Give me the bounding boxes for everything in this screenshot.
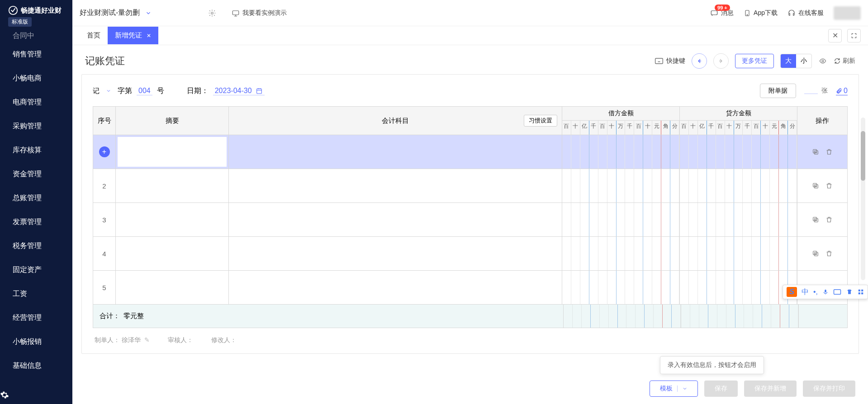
sidebar-settings[interactable] (0, 386, 72, 404)
sidebar-item[interactable]: 小畅电商 (0, 66, 72, 90)
sidebar-item[interactable]: 总账管理 (0, 186, 72, 210)
credit-cell[interactable] (680, 203, 797, 236)
copy-row-icon[interactable] (812, 216, 819, 223)
copy-row-icon[interactable] (812, 250, 819, 257)
sidebar-item[interactable]: 基础信息 (0, 354, 72, 378)
credit-cell[interactable] (680, 237, 797, 270)
size-small[interactable]: 小 (796, 54, 811, 68)
account-cell[interactable] (229, 203, 562, 236)
sidebar-item[interactable]: 库存核算 (0, 138, 72, 162)
sidebar-item[interactable]: 发票管理 (0, 210, 72, 234)
user-avatar[interactable] (834, 6, 861, 20)
svg-point-7 (822, 60, 824, 62)
prev-button[interactable] (692, 53, 707, 69)
debit-cell[interactable] (562, 135, 680, 169)
scrollbar[interactable] (861, 117, 865, 280)
sidebar-item[interactable]: 固定资产 (0, 258, 72, 282)
debit-cell[interactable] (562, 237, 680, 270)
ime-grid-icon[interactable] (858, 289, 864, 295)
sheets-input[interactable] (804, 88, 818, 94)
edit-maker-icon[interactable]: ✎ (144, 336, 150, 343)
account-cell[interactable] (229, 169, 562, 202)
ime-mic-icon[interactable] (822, 288, 829, 296)
scrollbar-thumb[interactable] (861, 131, 865, 181)
sidebar-item[interactable]: 资金管理 (0, 162, 72, 186)
summary-cell[interactable] (116, 135, 229, 169)
table-row[interactable]: 3 (93, 202, 847, 236)
add-row-button[interactable]: + (99, 146, 110, 157)
preview-button[interactable] (818, 57, 827, 65)
delete-row-icon[interactable] (825, 250, 833, 257)
chevron-down-icon[interactable] (106, 88, 111, 94)
app-download-button[interactable]: App下载 (744, 9, 778, 17)
voucher-table: 序号 摘要 会计科目 习惯设置 借方金额 百十亿千百十万千百十元角分 贷方金额 … (93, 106, 848, 328)
th-credit: 贷方金额 百十亿千百十万千百十元角分 (680, 107, 797, 135)
delete-row-icon[interactable] (825, 216, 833, 223)
shortcut-button[interactable]: 快捷键 (655, 57, 685, 65)
copy-row-icon[interactable] (812, 148, 819, 155)
summary-input[interactable] (118, 137, 227, 167)
debit-cell[interactable] (562, 271, 680, 304)
table-row[interactable]: 2 (93, 169, 847, 202)
sidebar-item[interactable]: 电商管理 (0, 90, 72, 114)
size-large[interactable]: 大 (781, 54, 796, 68)
tab-close-icon[interactable]: ✕ (147, 33, 151, 39)
copy-row-icon[interactable] (812, 182, 819, 189)
summary-cell[interactable] (116, 237, 229, 270)
summary-cell[interactable] (116, 271, 229, 304)
template-button[interactable]: 模板 (650, 381, 698, 397)
sidebar-item[interactable]: 工资 (0, 282, 72, 306)
habit-settings-button[interactable]: 习惯设置 (524, 115, 557, 127)
account-cell[interactable] (229, 135, 562, 169)
delete-row-icon[interactable] (825, 148, 833, 155)
account-cell[interactable] (229, 271, 562, 304)
table-row[interactable]: 5 (93, 270, 847, 304)
attachment-link[interactable]: 0 (836, 87, 848, 95)
table-header: 序号 摘要 会计科目 习惯设置 借方金额 百十亿千百十万千百十元角分 贷方金额 … (93, 107, 847, 135)
table-row[interactable]: + (93, 135, 847, 169)
workspace-settings[interactable] (208, 9, 216, 17)
sidebar-item[interactable]: 采购管理 (0, 114, 72, 138)
service-button[interactable]: 在线客服 (787, 9, 824, 17)
row-ops (797, 237, 847, 270)
attach-doc-button[interactable]: 附单据 (760, 84, 796, 98)
messages-button[interactable]: 99 + 消息 (710, 9, 734, 17)
debit-cell[interactable] (562, 169, 680, 202)
voucher-word[interactable]: 记 (93, 87, 100, 95)
refresh-button[interactable]: 刷新 (834, 57, 855, 65)
voucher-date[interactable]: 2023-04-30 (213, 87, 265, 95)
ime-punct-icon[interactable]: •, (813, 288, 818, 296)
next-button[interactable] (713, 53, 729, 69)
ime-keyboard-icon[interactable] (833, 289, 841, 295)
tab-home[interactable]: 首页 (80, 27, 108, 44)
expand-icon (851, 33, 857, 39)
more-vouchers-button[interactable]: 更多凭证 (735, 54, 774, 68)
sidebar-item[interactable]: 税务管理 (0, 234, 72, 258)
demo-link[interactable]: 我要看实例演示 (232, 9, 287, 17)
ime-lang[interactable]: 中 (802, 287, 809, 297)
sidebar-item[interactable]: 小畅报销 (0, 330, 72, 354)
row-seq: + (93, 135, 116, 169)
delete-row-icon[interactable] (825, 182, 833, 189)
summary-cell[interactable] (116, 169, 229, 202)
tab-new-voucher[interactable]: 新增凭证 ✕ (108, 27, 158, 44)
close-tab-button[interactable]: ✕ (828, 29, 842, 42)
sidebar-item[interactable]: 合同中 (0, 29, 72, 42)
credit-cell[interactable] (680, 271, 797, 304)
fullscreen-button[interactable] (847, 29, 861, 42)
account-cell[interactable] (229, 237, 562, 270)
table-row[interactable]: 4 (93, 236, 847, 270)
sidebar-item[interactable]: 经营管理 (0, 306, 72, 330)
debit-cell[interactable] (562, 203, 680, 236)
svg-rect-12 (813, 183, 817, 187)
ime-shirt-icon[interactable] (846, 289, 853, 295)
credit-cell[interactable] (680, 169, 797, 202)
sidebar-item[interactable]: 销售管理 (0, 42, 72, 66)
svg-rect-16 (813, 251, 817, 255)
summary-cell[interactable] (116, 203, 229, 236)
ime-toolbar[interactable]: S 中 •, (783, 285, 868, 299)
workspace-selector[interactable]: 好业财测试-量勿删 (80, 8, 202, 18)
svg-rect-21 (859, 290, 860, 291)
credit-cell[interactable] (680, 135, 797, 169)
voucher-number[interactable]: 004 (137, 87, 152, 95)
